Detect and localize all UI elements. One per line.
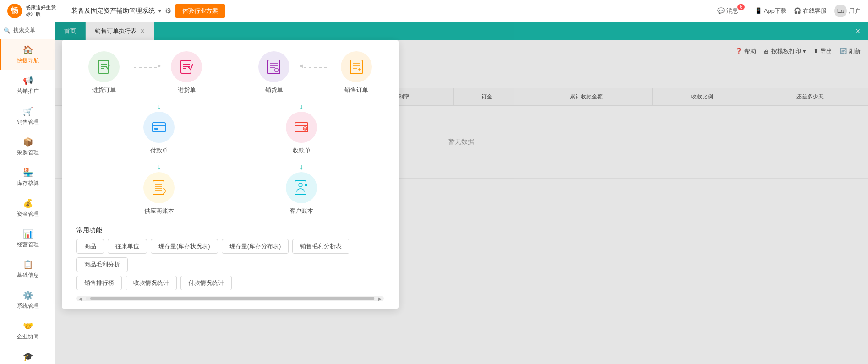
sidebar: 🔍 搜索菜单 🏠 快捷导航 📢 营销推广 🛒 销售管理 📦 采购管理 🏪 [0,22,55,364]
sales-icon: 🛒 [23,106,33,116]
sidebar-item-marketing[interactable]: 📢 营销推广 [0,70,55,101]
sidebar-item-system[interactable]: ⚙️ 系统管理 [0,285,55,315]
system-icon: ⚙️ [23,290,33,300]
flow-row-5: 供应商账本 客户账本 [76,172,384,215]
user-avatar: Ea [834,5,847,17]
scroll-right-btn[interactable]: ▶ [377,296,384,301]
flow-section: 进货订单 进货单 [76,51,384,215]
flow-row-1: 进货订单 进货单 [76,51,384,94]
top-header: 畅 畅康通好生意 标准版 装备及固定资产辅助管理系统 ▾ ⚙ 体验行业方案 💬 … [0,0,868,22]
scrollbar-thumb[interactable] [90,297,374,300]
common-btn-product[interactable]: 商品 [76,239,104,254]
common-btn-payment-stats[interactable]: 付款情况统计 [180,276,232,290]
arrow-down-receipt: ↓ [274,163,329,171]
header-right: 💬 消息 6 📱 App下载 🎧 在线客服 Ea 用户 [717,5,861,17]
customer-account-circle[interactable] [286,172,317,203]
flow-node-payment[interactable]: 付款单 [131,112,186,155]
headset-icon: 🎧 [794,7,801,14]
flow-node-sales-receipt[interactable]: 销货单 [246,51,301,94]
flow-node-supplier-account[interactable]: 供应商账本 [131,172,186,215]
flow-node-purchase-order[interactable]: 进货订单 [76,51,131,94]
common-buttons-row-1: 商品 往来单位 现存量(库存状况表) 现存量(库存分布表) 销售毛利分析表 商品… [76,239,384,272]
system-title: 装备及固定资产辅助管理系统 ▾ ⚙ 体验行业方案 [62,4,717,18]
arrow-1 [131,67,159,79]
common-btn-inventory-status[interactable]: 现存量(库存状况表) [151,239,218,254]
purchase-receipt-circle[interactable] [171,51,202,82]
arrow-2 [301,67,329,79]
receipt-circle[interactable]: ¥ [286,112,317,143]
svg-rect-13 [350,60,362,74]
purchase-icon: 📦 [23,137,33,147]
logo-area: 畅 畅康通好生意 标准版 [7,4,62,18]
sidebar-item-finance[interactable]: 💰 资金管理 [0,193,55,223]
operation-icon: 📊 [23,229,33,239]
scrollbar-track [86,297,375,300]
sidebar-item-enterprise[interactable]: 🤝 企业协同 [0,315,55,346]
inventory-icon: 🏪 [23,168,33,178]
search-icon: 🔍 [4,27,11,34]
arrow-down-sales: ↓ [274,103,329,111]
flow-popup: 进货订单 进货单 [62,40,399,309]
sidebar-item-operation[interactable]: 📊 经营管理 [0,223,55,254]
guide-icon: 🎓 [23,352,33,362]
svg-rect-12 [275,69,278,71]
marketing-icon: 📢 [23,76,33,86]
sales-order-circle[interactable] [341,51,372,82]
sidebar-item-sales[interactable]: 🛒 销售管理 [0,101,55,131]
svg-rect-21 [154,128,158,130]
settings-icon-btn[interactable]: ⚙ [165,6,171,15]
logo-icon: 畅 [7,4,22,18]
message-action[interactable]: 💬 消息 6 [717,7,748,15]
logo-text: 畅康通好生意 标准版 [26,4,56,17]
arrow-down-purchase: ↓ [131,103,186,111]
sidebar-item-purchase[interactable]: 📦 采购管理 [0,131,55,162]
popup-scrollbar[interactable]: ◀ ▶ [76,296,384,301]
common-buttons-row-2: 销售排行榜 收款情况统计 付款情况统计 [76,276,384,290]
common-functions-section: 常用功能 商品 往来单位 现存量(库存状况表) 现存量(库存分布表) 销售毛利分… [76,226,384,290]
flow-node-sales-order[interactable]: 销售订单 [329,51,384,94]
trial-button[interactable]: 体验行业方案 [175,4,225,18]
purchase-order-circle[interactable] [88,51,120,82]
flow-row-3: 付款单 ¥ 收款单 [76,112,384,155]
svg-point-32 [299,183,302,187]
online-service-action[interactable]: 🎧 在线客服 [794,7,827,15]
system-name: 装备及固定资产辅助管理系统 [71,7,155,15]
flow-arrows-row: ↓ ↓ [76,102,384,112]
supplier-account-circle[interactable] [143,172,175,203]
home-icon: 🏠 [23,45,33,55]
common-btn-receipt-stats[interactable]: 收款情况统计 [126,276,177,290]
flow-arrows-row2: ↓ ↓ [76,162,384,172]
app-download-action[interactable]: 📱 App下载 [755,7,786,15]
user-label: 用户 [849,7,861,15]
system-dropdown-btn[interactable]: ▾ [158,8,161,14]
flow-node-customer-account[interactable]: 客户账本 [274,172,329,215]
arrow-down-payment: ↓ [131,163,186,171]
common-functions-title: 常用功能 [76,226,384,234]
sidebar-item-quick-nav[interactable]: 🏠 快捷导航 [0,39,55,70]
flow-node-purchase-receipt[interactable]: 进货单 [159,51,214,94]
common-btn-sales-rank[interactable]: 销售排行榜 [76,276,122,290]
message-icon: 💬 [717,7,725,14]
flow-node-receipt[interactable]: ¥ 收款单 [274,112,329,155]
basic-info-icon: 📋 [23,260,33,270]
phone-icon: 📱 [755,7,762,14]
sidebar-item-inventory[interactable]: 🏪 库存核算 [0,162,55,193]
search-menu-item[interactable]: 🔍 搜索菜单 [0,22,55,39]
common-btn-sales-gross[interactable]: 销售毛利分析表 [292,239,349,254]
payment-circle[interactable] [143,112,175,143]
user-action[interactable]: Ea 用户 [834,5,861,17]
sidebar-item-guide[interactable]: 🎓 新手引导 [0,346,55,364]
common-btn-inventory-dist[interactable]: 现存量(库存分布表) [222,239,289,254]
common-btn-product-gross[interactable]: 商品毛利分析 [76,257,128,272]
common-btn-partner[interactable]: 往来单位 [108,239,147,254]
message-badge: 6 [737,4,745,10]
sidebar-item-basic-info[interactable]: 📋 基础信息 [0,254,55,285]
enterprise-icon: 🤝 [23,321,33,331]
sales-receipt-circle[interactable] [258,51,289,82]
svg-rect-26 [153,181,164,195]
finance-icon: 💰 [23,198,33,208]
svg-rect-19 [153,123,165,132]
scroll-left-btn[interactable]: ◀ [76,296,84,301]
